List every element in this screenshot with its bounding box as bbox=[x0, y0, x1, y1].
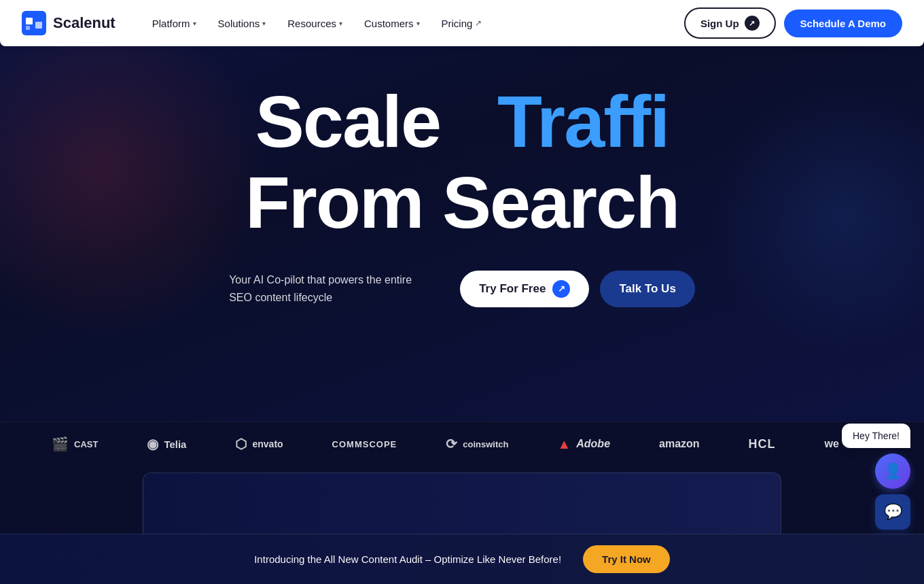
chevron-down-icon: ▾ bbox=[193, 20, 196, 27]
hero-title-line2: From Search bbox=[245, 162, 679, 243]
signup-label: Sign Up bbox=[700, 18, 739, 29]
envato-logo-text: envato bbox=[252, 439, 283, 449]
nav-item-customers[interactable]: Customers ▾ bbox=[355, 12, 429, 35]
commscope-logo-text: COMMSCOPE bbox=[332, 439, 397, 449]
try-now-label: Try It Now bbox=[602, 553, 651, 565]
logo-telia: ◉ Telia bbox=[122, 436, 211, 452]
logo-commscope: COMMSCOPE bbox=[308, 439, 422, 449]
logo-amazon: amazon bbox=[635, 438, 724, 450]
chat-bubble: Hey There! bbox=[842, 424, 910, 448]
svg-rect-2 bbox=[35, 22, 42, 29]
envato-logo-icon: ⬡ bbox=[235, 436, 247, 452]
nav-links: Platform ▾ Solutions ▾ Resources ▾ Custo… bbox=[143, 12, 684, 35]
chat-avatar[interactable]: 👤 bbox=[875, 453, 910, 489]
chevron-down-icon: ▾ bbox=[339, 20, 342, 27]
hcl-logo-text: HCL bbox=[749, 437, 776, 451]
nav-item-platform[interactable]: Platform ▾ bbox=[143, 12, 206, 35]
cast-logo-icon: 🎬 bbox=[52, 436, 69, 452]
schedule-demo-button[interactable]: Schedule A Demo bbox=[784, 10, 902, 37]
nav-item-solutions[interactable]: Solutions ▾ bbox=[209, 12, 276, 35]
svg-rect-0 bbox=[22, 11, 46, 35]
hero-description: Your AI Co-pilot that powers the entire … bbox=[229, 271, 419, 306]
try-for-free-button[interactable]: Try For Free ↗ bbox=[460, 271, 589, 307]
try-it-now-button[interactable]: Try It Now bbox=[583, 545, 670, 573]
banner-announcement-text: Introducing the All New Content Audit – … bbox=[254, 553, 561, 565]
external-link-icon: ↗ bbox=[475, 18, 482, 28]
svg-rect-3 bbox=[26, 26, 30, 30]
arrow-icon: ↗ bbox=[745, 16, 760, 31]
telia-logo-text: Telia bbox=[164, 439, 186, 450]
logo-wordmark: Scalenut bbox=[53, 14, 116, 32]
nav-platform-label: Platform bbox=[152, 18, 190, 29]
nav-resources-label: Resources bbox=[287, 18, 336, 29]
logo-adobe: ▲ Adobe bbox=[533, 436, 635, 452]
bottom-banner: Introducing the All New Content Audit – … bbox=[0, 534, 924, 584]
signup-button[interactable]: Sign Up ↗ bbox=[684, 7, 776, 39]
logo-coinswitch: ⟳ coinswitch bbox=[421, 436, 533, 452]
logo-cast: 🎬 CAST bbox=[27, 436, 122, 452]
hero-content: Your AI Co-pilot that powers the entire … bbox=[93, 271, 831, 307]
coinswitch-logo-icon: ⟳ bbox=[446, 436, 457, 452]
logos-strip: 🎬 CAST ◉ Telia ⬡ envato COMMSCOPE ⟳ coin… bbox=[0, 422, 924, 473]
we-logo-text: we bbox=[825, 438, 839, 450]
nav-ctas: Sign Up ↗ Schedule A Demo bbox=[684, 7, 902, 39]
hero-section: Scale Traffi From Search Your AI Co-pilo… bbox=[0, 0, 924, 422]
chevron-down-icon: ▾ bbox=[262, 20, 266, 27]
nav-solutions-label: Solutions bbox=[218, 18, 260, 29]
talk-to-us-button[interactable]: Talk To Us bbox=[600, 271, 694, 307]
chat-open-button[interactable]: 💬 bbox=[875, 494, 910, 530]
hero-ctas: Try For Free ↗ Talk To Us bbox=[460, 271, 695, 307]
logo-hcl: HCL bbox=[724, 437, 800, 451]
chat-widget: Hey There! 👤 💬 bbox=[842, 424, 910, 530]
nav-item-pricing[interactable]: Pricing ↗ bbox=[432, 12, 492, 35]
chat-bubble-text: Hey There! bbox=[853, 430, 900, 441]
navbar: Scalenut Platform ▾ Solutions ▾ Resource… bbox=[0, 0, 924, 46]
coinswitch-logo-text: coinswitch bbox=[463, 439, 508, 449]
telia-logo-icon: ◉ bbox=[147, 436, 158, 452]
hero-title: Scale Traffi From Search bbox=[245, 82, 679, 243]
logo-envato: ⬡ envato bbox=[211, 436, 307, 452]
avatar-icon: 👤 bbox=[884, 462, 902, 480]
demo-label: Schedule A Demo bbox=[800, 18, 886, 29]
hero-title-line1: Scale Traffi bbox=[245, 82, 679, 162]
hero-title-blue: Traffi bbox=[497, 80, 669, 162]
chevron-down-icon: ▾ bbox=[416, 20, 420, 27]
logo[interactable]: Scalenut bbox=[22, 11, 116, 35]
scalenut-logo-icon bbox=[22, 11, 46, 35]
try-free-label: Try For Free bbox=[479, 282, 546, 296]
nav-pricing-label: Pricing bbox=[442, 18, 473, 29]
nav-item-resources[interactable]: Resources ▾ bbox=[278, 12, 352, 35]
nav-customers-label: Customers bbox=[364, 18, 414, 29]
svg-rect-1 bbox=[26, 18, 33, 24]
adobe-logo-text: Adobe bbox=[576, 438, 610, 450]
cast-logo-text: CAST bbox=[74, 439, 98, 449]
talk-to-us-label: Talk To Us bbox=[619, 282, 675, 295]
adobe-logo-icon: ▲ bbox=[557, 436, 571, 452]
hero-title-white: Scale bbox=[255, 80, 440, 162]
arrow-icon: ↗ bbox=[552, 280, 570, 298]
amazon-logo-text: amazon bbox=[659, 438, 700, 450]
chat-icon: 💬 bbox=[884, 503, 902, 521]
